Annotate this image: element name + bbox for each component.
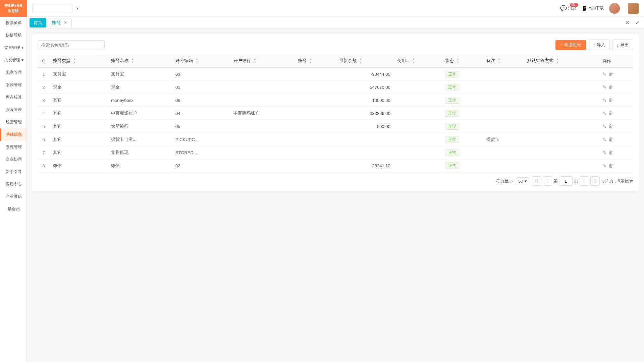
delete-icon[interactable]: 🗑 (608, 111, 613, 116)
row-balance (336, 146, 394, 159)
toolbar: 🔍 + 新增账号 ↑ 导入 ↓ 导出 (38, 40, 633, 50)
col-status[interactable]: 状态 ▲▼ (442, 54, 483, 68)
delete-icon[interactable]: 🗑 (608, 124, 613, 129)
edit-icon[interactable]: ✎ (602, 137, 606, 142)
sidebar-item-4[interactable]: 电商管理 (0, 66, 26, 79)
message-icon: 💬 (560, 5, 567, 11)
row-balance: 28241.10 (336, 159, 394, 172)
col-account[interactable]: 账号 ▲▼ (294, 54, 335, 68)
logo-line1: 畅捷通行生意 (4, 4, 22, 8)
col-bank[interactable]: 开户银行 ▲▼ (230, 54, 294, 68)
search-button[interactable]: 🔍 (101, 41, 105, 50)
tab-accounts[interactable]: 账号 ✕ (48, 18, 72, 27)
sidebar-item-9[interactable]: 基础信息 (0, 128, 26, 141)
sidebar-item-8[interactable]: 经营管理 (0, 116, 26, 128)
col-usage[interactable]: 使用... ▲▼ (394, 54, 442, 68)
delete-icon[interactable]: 🗑 (608, 98, 613, 103)
row-bank (230, 133, 294, 146)
row-account (294, 107, 335, 120)
col-name[interactable]: 账号名称 ▲▼ (108, 54, 172, 68)
page-number-input[interactable] (559, 176, 573, 186)
message-button[interactable]: 💬 消息 99+ (560, 5, 576, 11)
sidebar-item-10[interactable]: 系统管理 (0, 141, 26, 153)
row-type: 微信 (50, 159, 108, 172)
sidebar-item-12[interactable]: 新手引导 (0, 166, 26, 178)
edit-icon[interactable]: ✎ (602, 163, 606, 168)
sidebar-item-0[interactable]: 搜索菜单 (0, 17, 26, 29)
row-remark (483, 81, 524, 94)
import-button[interactable]: ↑ 导入 (589, 40, 610, 50)
user-menu[interactable] (628, 3, 639, 14)
page-size-select[interactable]: 50 ▾ (516, 177, 529, 185)
sidebar-item-13[interactable]: 应用中心 (0, 178, 26, 190)
col-remark[interactable]: 备注 ▲▼ (483, 54, 524, 68)
delete-icon[interactable]: 🗑 (608, 137, 613, 142)
sidebar-item-1[interactable]: 快捷导航 (0, 29, 26, 42)
edit-icon[interactable]: ✎ (602, 98, 606, 103)
row-name: 支付宝 (108, 68, 172, 81)
row-remark (483, 94, 524, 107)
row-usage (394, 107, 442, 120)
export-button[interactable]: ↓ 导出 (612, 40, 634, 50)
row-action: ✎ 🗑 (599, 68, 633, 81)
tab-expand-button[interactable]: ⤢ (633, 19, 641, 27)
row-code: STORED... (172, 146, 230, 159)
row-name: moneybosx (108, 94, 172, 107)
sidebar-item-7[interactable]: 资金管理 (0, 104, 26, 116)
header-extra[interactable]: | (625, 3, 639, 14)
edit-icon[interactable]: ✎ (602, 150, 606, 155)
tab-close-all-button[interactable]: ✕ (623, 19, 631, 27)
sidebar-item-2[interactable]: 零售管理 ▾ (0, 42, 26, 54)
col-type[interactable]: 账号类型 ▲▼ (50, 54, 108, 68)
page-of-label: 页 (574, 178, 578, 184)
row-type: 其它 (50, 120, 108, 133)
delete-icon[interactable]: 🗑 (608, 84, 613, 90)
sidebar-item-6[interactable]: 库存核算 (0, 91, 26, 104)
tab-home[interactable]: 首页 (30, 18, 46, 27)
toolbar-right: + 新增账号 ↑ 导入 ↓ 导出 (555, 40, 633, 50)
edit-icon[interactable]: ✎ (602, 111, 606, 116)
delete-icon[interactable]: 🗑 (608, 150, 613, 155)
row-remark (483, 146, 524, 159)
header-dropdown[interactable]: ▾ (76, 6, 78, 11)
row-type: 其它 (50, 146, 108, 159)
header-search-input[interactable] (32, 4, 72, 13)
page-last-button[interactable]: ⟩⟩ (590, 176, 600, 186)
sidebar-item-14[interactable]: 企业微信 (0, 190, 26, 203)
delete-icon[interactable]: 🗑 (608, 71, 613, 77)
sidebar-item-11[interactable]: 企业协同 (0, 153, 26, 166)
row-balance (336, 133, 394, 146)
search-box[interactable]: 🔍 (38, 40, 105, 50)
delete-icon[interactable]: 🗑 (608, 163, 613, 168)
edit-icon[interactable]: ✎ (602, 84, 606, 90)
avatar[interactable] (609, 3, 620, 14)
col-settlement[interactable]: 默认结算方式 ▲▼ (524, 54, 599, 68)
row-account (294, 146, 335, 159)
accounts-table: ⚙ 账号类型 ▲▼ 账号名称 ▲▼ 账号编码 ▲▼ 开户银行 ▲▼ 账号 ▲▼ … (38, 54, 633, 172)
row-num: 8 (38, 159, 50, 172)
col-settings[interactable]: ⚙ (38, 54, 50, 68)
row-settlement (524, 146, 599, 159)
sidebar-item-3[interactable]: 批发管理 ▾ (0, 54, 26, 66)
row-type: 现金 (50, 81, 108, 94)
page-prev-button[interactable]: ⟨ (543, 176, 552, 186)
tab-home-label: 首页 (34, 20, 42, 26)
page-first-button[interactable]: ⟨⟨ (532, 176, 541, 186)
col-balance[interactable]: 最新余额 ▲▼ (336, 54, 394, 68)
edit-icon[interactable]: ✎ (602, 124, 606, 129)
row-account (294, 133, 335, 146)
new-account-button[interactable]: + 新增账号 (555, 40, 586, 50)
edit-icon[interactable]: ✎ (602, 71, 606, 77)
tab-close-icon[interactable]: ✕ (63, 20, 67, 25)
sidebar-item-5[interactable]: 采购管理 (0, 79, 26, 91)
row-account (294, 94, 335, 107)
page-next-button[interactable]: ⟩ (580, 176, 589, 186)
col-code[interactable]: 账号编码 ▲▼ (172, 54, 230, 68)
row-usage (394, 120, 442, 133)
sidebar-item-15[interactable]: 畅会员 (0, 203, 26, 215)
row-account (294, 68, 335, 81)
row-status: 正常 (442, 107, 483, 120)
app-download-button[interactable]: 📱 App下载 (582, 5, 604, 11)
search-input[interactable] (38, 41, 101, 50)
table-row: 1 支付宝 支付宝 03 -90444.00 正常 ✎ 🗑 (38, 68, 633, 81)
